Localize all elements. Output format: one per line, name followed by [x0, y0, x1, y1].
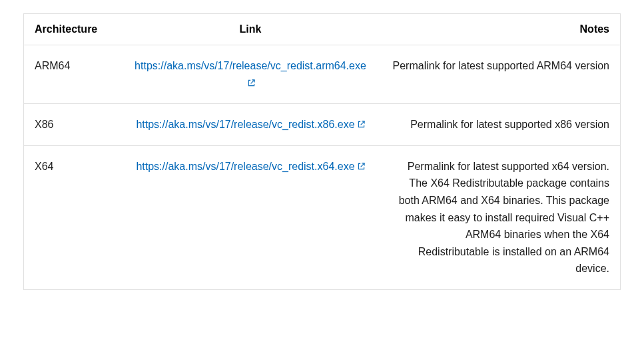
cell-link: https://aka.ms/vs/17/release/vc_redist.a… [119, 45, 382, 104]
external-link-icon [248, 75, 255, 92]
download-link-x64[interactable]: https://aka.ms/vs/17/release/vc_redist.x… [136, 161, 354, 172]
table-row: ARM64 https://aka.ms/vs/17/release/vc_re… [24, 45, 621, 104]
download-table: Architecture Link Notes ARM64 https://ak… [23, 13, 621, 290]
table-header-row: Architecture Link Notes [24, 14, 621, 45]
table-row: X86 https://aka.ms/vs/17/release/vc_redi… [24, 104, 621, 146]
external-link-icon [358, 116, 365, 133]
cell-architecture: X86 [24, 104, 119, 146]
cell-notes: Permalink for latest supported x64 versi… [382, 145, 620, 289]
cell-link: https://aka.ms/vs/17/release/vc_redist.x… [119, 145, 382, 289]
download-link-x86[interactable]: https://aka.ms/vs/17/release/vc_redist.x… [136, 119, 354, 130]
cell-notes: Permalink for latest supported x86 versi… [382, 104, 620, 146]
header-architecture: Architecture [24, 14, 119, 45]
cell-architecture: ARM64 [24, 45, 119, 104]
cell-link: https://aka.ms/vs/17/release/vc_redist.x… [119, 104, 382, 146]
table-row: X64 https://aka.ms/vs/17/release/vc_redi… [24, 145, 621, 289]
cell-architecture: X64 [24, 145, 119, 289]
header-link: Link [119, 14, 382, 45]
download-link-arm64[interactable]: https://aka.ms/vs/17/release/vc_redist.a… [135, 60, 366, 71]
external-link-icon [358, 158, 365, 175]
cell-notes: Permalink for latest supported ARM64 ver… [382, 45, 620, 104]
header-notes: Notes [382, 14, 620, 45]
